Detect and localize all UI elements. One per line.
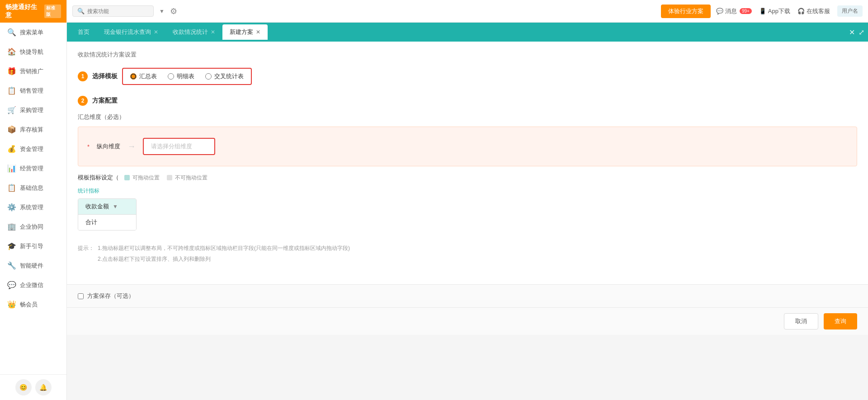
tab-home[interactable]: 首页 — [71, 24, 97, 40]
sidebar-footer-btn1[interactable]: 😊 — [15, 379, 32, 395]
step2-label: 方案配置 — [92, 97, 118, 105]
tab-cashflow-close[interactable]: ✕ — [154, 29, 158, 35]
user-label: 用户名 — [842, 8, 858, 14]
fixed-label: 不可拖动位置 — [175, 174, 208, 182]
download-btn[interactable]: 📱 App下载 — [759, 7, 790, 15]
industry-btn[interactable]: 体验行业方案 — [661, 5, 711, 18]
radio-cross-input[interactable] — [205, 73, 212, 80]
cancel-button[interactable]: 取消 — [784, 313, 818, 329]
close-all-icon[interactable]: ✕ — [849, 28, 855, 37]
step2-header: 2 方案配置 — [78, 96, 857, 106]
sidebar-item-purchase[interactable]: 🛒 采购管理 — [0, 100, 66, 120]
template-radio-group: 汇总表 明细表 交叉统计表 — [122, 68, 252, 85]
tip-item-2: 提示： 2.点击标题栏下拉可设置排序、插入列和删除列 — [78, 254, 857, 264]
dimension-select[interactable]: 请选择分组维度 — [143, 138, 215, 155]
sidebar-item-label: 经营管理 — [20, 165, 43, 173]
operations-icon: 📊 — [7, 164, 16, 173]
version-badge: 标准版 — [44, 5, 61, 18]
expand-icon[interactable]: ⤢ — [859, 28, 864, 37]
save-checkbox[interactable] — [78, 293, 84, 299]
main-area: 🔍 ▼ ⚙ 体验行业方案 💬 消息 99+ 📱 App下载 🎧 在线客服 用户名 — [67, 0, 868, 400]
tab-receipt-stats[interactable]: 收款情况统计 ✕ — [165, 24, 222, 40]
metrics-table-cell: 合计 — [78, 215, 136, 230]
sidebar-item-marketing[interactable]: 🎁 营销推广 — [0, 61, 66, 81]
step2-section: 2 方案配置 汇总维度（必选） * 纵向维度 → 请选择分组维度 — [78, 96, 857, 264]
sidebar-item-label: 营销推广 — [20, 67, 43, 75]
step1-header: 1 选择模板 汇总表 明细表 交叉统计表 — [78, 68, 857, 85]
tabbar: 首页 现金银行流水查询 ✕ 收款情况统计 ✕ 新建方案 ✕ ✕ ⤢ — [67, 23, 868, 42]
metrics-table-header[interactable]: 收款金额 ▼ — [78, 199, 136, 215]
tab-cashflow-label: 现金银行流水查询 — [104, 28, 151, 36]
sidebar-item-label: 企业协同 — [20, 223, 43, 231]
tab-new-plan[interactable]: 新建方案 ✕ — [222, 24, 268, 40]
tab-cashflow[interactable]: 现金银行流水查询 ✕ — [97, 24, 165, 40]
tab-new-plan-close[interactable]: ✕ — [256, 29, 260, 35]
sidebar-item-label: 系统管理 — [20, 203, 43, 212]
tip-text-1: 1.拖动标题栏可以调整布局，不可跨维度或指标区域拖动栏目字段(只能在同一维度或指… — [98, 243, 350, 254]
metric-header-label: 收款金额 — [85, 202, 109, 211]
save-section: 方案保存（可选） — [67, 284, 868, 307]
topbar-search-box[interactable]: 🔍 — [72, 5, 154, 17]
sidebar-item-basic-info[interactable]: 📋 基础信息 — [0, 178, 66, 198]
notification-badge: 99+ — [740, 8, 752, 14]
radio-detail-label: 明细表 — [177, 72, 194, 80]
purchase-icon: 🛒 — [7, 106, 16, 114]
stats-label: 统计指标 — [78, 187, 857, 195]
system-icon: ⚙️ — [7, 203, 16, 212]
radio-cross-label: 交叉统计表 — [214, 72, 244, 80]
headset-icon: 🎧 — [797, 8, 805, 14]
sidebar-item-label: 快捷导航 — [20, 48, 43, 56]
sidebar-item-member[interactable]: 👑 畅会员 — [0, 295, 66, 314]
sidebar-item-quick-nav[interactable]: 🏠 快捷导航 — [0, 42, 66, 61]
sidebar-item-hardware[interactable]: 🔧 智能硬件 — [0, 256, 66, 275]
tab-home-label: 首页 — [78, 28, 90, 36]
step2-badge: 2 — [78, 96, 88, 106]
sidebar-item-label: 资金管理 — [20, 145, 43, 153]
radio-detail[interactable]: 明细表 — [168, 72, 194, 80]
page-content: 收款情况统计方案设置 1 选择模板 汇总表 明细表 — [67, 42, 868, 284]
sidebar-item-enterprise[interactable]: 🏢 企业协同 — [0, 217, 66, 236]
sidebar-item-operations[interactable]: 📊 经营管理 — [0, 159, 66, 178]
metrics-header: 模板指标设定（ 可拖动位置 不可拖动位置 — [78, 174, 857, 182]
sidebar: 畅捷通好生意 标准版 🔍 搜索菜单 🏠 快捷导航 🎁 营销推广 📋 销售管理 🛒… — [0, 0, 67, 400]
service-btn[interactable]: 🎧 在线客服 — [797, 7, 830, 15]
search-icon: 🔍 — [7, 28, 16, 37]
metric-dropdown-icon[interactable]: ▼ — [113, 203, 118, 210]
sidebar-item-search[interactable]: 🔍 搜索菜单 — [0, 23, 66, 42]
dimension-config: 汇总维度（必选） * 纵向维度 → 请选择分组维度 — [78, 113, 857, 166]
capital-icon: 💰 — [7, 145, 16, 153]
save-label[interactable]: 方案保存（可选） — [87, 292, 134, 300]
user-area[interactable]: 用户名 — [837, 5, 863, 17]
tip-text-2: 2.点击标题栏下拉可设置排序、插入列和删除列 — [98, 254, 211, 264]
sidebar-item-system[interactable]: ⚙️ 系统管理 — [0, 198, 66, 217]
sidebar-item-capital[interactable]: 💰 资金管理 — [0, 139, 66, 159]
metrics-legend: 可拖动位置 不可拖动位置 — [124, 174, 208, 182]
dropdown-arrow-icon[interactable]: ▼ — [159, 8, 165, 14]
query-button[interactable]: 查询 — [824, 313, 857, 329]
member-icon: 👑 — [7, 300, 16, 309]
sidebar-item-label: 销售管理 — [20, 87, 43, 95]
sidebar-item-label: 企业微信 — [20, 281, 43, 289]
step1-section: 1 选择模板 汇总表 明细表 交叉统计表 — [78, 68, 857, 85]
tab-receipt-stats-close[interactable]: ✕ — [211, 29, 215, 35]
tip-item-1: 提示： 1.拖动标题栏可以调整布局，不可跨维度或指标区域拖动栏目字段(只能在同一… — [78, 243, 857, 254]
sidebar-item-label: 基础信息 — [20, 184, 43, 192]
radio-cross[interactable]: 交叉统计表 — [205, 72, 244, 80]
settings-button[interactable]: ⚙ — [170, 6, 177, 16]
tip-label: 提示： — [78, 243, 94, 254]
radio-detail-input[interactable] — [168, 73, 174, 80]
sidebar-item-inventory[interactable]: 📦 库存核算 — [0, 120, 66, 139]
sales-icon: 📋 — [7, 86, 16, 95]
metrics-section: 模板指标设定（ 可拖动位置 不可拖动位置 统计指标 — [78, 174, 857, 232]
sidebar-footer-btn2[interactable]: 🔔 — [35, 379, 52, 395]
sidebar-item-wechat[interactable]: 💬 企业微信 — [0, 275, 66, 295]
sidebar-item-sales[interactable]: 📋 销售管理 — [0, 81, 66, 100]
search-icon: 🔍 — [77, 8, 85, 14]
radio-summary[interactable]: 汇总表 — [130, 72, 157, 80]
sidebar-item-label: 采购管理 — [20, 106, 43, 114]
notification-btn[interactable]: 💬 消息 99+ — [716, 7, 752, 15]
legend-fixed: 不可拖动位置 — [167, 174, 208, 182]
sidebar-item-newbie[interactable]: 🎓 新手引导 — [0, 236, 66, 256]
radio-summary-input[interactable] — [130, 73, 137, 80]
search-input[interactable] — [87, 8, 142, 14]
